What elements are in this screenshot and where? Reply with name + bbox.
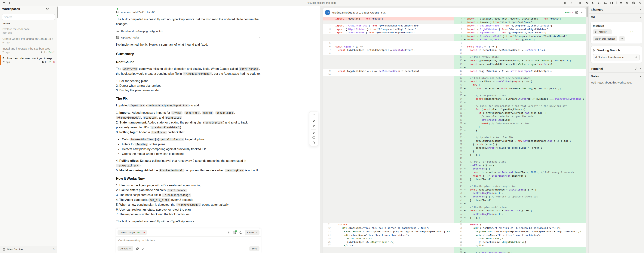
collapse-icon[interactable] (570, 1, 573, 4)
open-pull-request-button[interactable]: Open pull request (593, 36, 617, 41)
diff-gap-row (323, 62, 454, 66)
chat-icon[interactable] (586, 1, 588, 4)
diff-line: 47+ }, [loadPlans]); (454, 177, 586, 181)
mode-dropdown[interactable]: Default (118, 246, 133, 251)
diff-line: 54+ (454, 202, 586, 205)
chat-scrollbar[interactable] (58, 6, 58, 18)
diff-line: 49+ // Handle plan review completion (454, 184, 586, 188)
diff-line: 40+ }, []); (454, 153, 586, 156)
notes-section-header[interactable]: Notes (588, 72, 644, 80)
list-item: 3. Polling logic: Added a loadPlans call… (116, 130, 261, 135)
git-section-header[interactable]: Git (588, 14, 644, 21)
view-archive-button[interactable]: View Archive 0 (0, 246, 57, 253)
send-button[interactable]: Send (249, 246, 260, 251)
diff-scrollbar[interactable] (586, 6, 588, 17)
copy-icon[interactable] (312, 124, 316, 128)
diff-file-path: /medusa/medusa/src/pages/Agent.tsx (332, 11, 386, 14)
divider (311, 129, 316, 130)
inline-code: pendingPlan (225, 169, 244, 172)
diff-line: 7+import { PlanItem, PlanStatus } from "… (454, 38, 586, 42)
list-item: Filters for Pending status plans (116, 142, 261, 147)
workspace-item[interactable]: Explore the codebase I want you to exp7h… (0, 55, 57, 65)
workspace-diff-stats: 2+61-3 (42, 60, 55, 64)
working-branch-card: Working Branch vk/3ccf-explore-the-code (590, 46, 642, 63)
drag-handle-icon[interactable] (312, 113, 315, 116)
tool-call[interactable]: Read medusa/src/pages/Agent.tsx (116, 30, 261, 33)
play-icon[interactable] (312, 131, 316, 134)
pause-icon[interactable] (564, 1, 567, 4)
section-heading: Summary (116, 52, 261, 56)
inline-code: ~/.medusa/pending/ (162, 194, 191, 197)
wrap-off-icon[interactable] (575, 11, 578, 14)
changes-label: Changes (591, 8, 603, 11)
list-item: 2. Detect when a new plan arrives (116, 83, 261, 88)
expand-icon[interactable] (634, 68, 637, 70)
sidebar-header: Workspaces (0, 6, 57, 12)
megaphone-icon[interactable] (626, 1, 629, 4)
tool-call[interactable]: Updated Todos (116, 36, 261, 39)
collapse-diff-icon[interactable] (580, 11, 583, 14)
pencil-icon[interactable] (635, 56, 638, 58)
terminal-icon (116, 10, 119, 14)
panel-right-icon[interactable] (610, 1, 614, 4)
sidebar-title: Workspaces (2, 7, 46, 11)
more-menu-button[interactable]: ··· (635, 30, 639, 34)
prompt-icon[interactable] (598, 1, 601, 4)
monitor-icon[interactable] (312, 136, 316, 139)
diff-line: 23+ // Find pending plans (454, 94, 586, 97)
git-arrows-icon[interactable] (592, 1, 595, 4)
diff-line: 62 <AgentHeader sidebarOpen={sidebarOpen… (454, 230, 586, 233)
panel-left-icon[interactable] (579, 1, 582, 4)
spinner-icon[interactable] (239, 231, 242, 234)
help-icon[interactable] (632, 1, 635, 4)
inline-code: PlanReviewModal (176, 203, 201, 206)
diff-gap-row (323, 122, 454, 125)
diff-gap-row (323, 108, 454, 111)
inline-code: previousPlanIdsRef (150, 126, 180, 129)
changes-section-header[interactable]: Changes (588, 6, 644, 14)
monitor-icon[interactable] (604, 1, 607, 4)
sign-out-icon[interactable] (9, 1, 12, 4)
files-changed-chip[interactable]: 2 files changed +61 -3 (118, 230, 147, 235)
working-branch-label: Working Branch (598, 48, 620, 52)
diff-gap-row (323, 94, 454, 97)
git-branch-icon (593, 49, 596, 52)
ordered-list: 4. Polling effect: Set up a polling inte… (116, 158, 261, 173)
layers-icon[interactable] (46, 7, 49, 10)
diff-gap-row (323, 97, 454, 101)
pull-request-dropdown-button[interactable] (619, 36, 625, 41)
inline-code: PlanItem (143, 116, 157, 119)
branch-selector[interactable]: master (593, 29, 612, 34)
notes-label: Notes (591, 75, 599, 78)
wrap-off-icon[interactable] (312, 120, 316, 123)
archive-icon[interactable] (2, 1, 6, 4)
diff-file-header[interactable]: TS /medusa/medusa/src/pages/Agent.tsx +5… (323, 8, 586, 17)
chevdown-icon[interactable] (258, 36, 261, 39)
diff-line: 52+ loadPlans(); // Refresh to update tr… (454, 195, 586, 198)
paperclip-icon[interactable] (136, 247, 139, 250)
section-heading: The Fix (116, 97, 261, 100)
workspace-item[interactable]: Create Good First Issues on Github So p6… (0, 36, 57, 46)
todos-status[interactable] (233, 231, 236, 234)
workspace-item[interactable]: Explore the codebase35m ago (0, 26, 57, 36)
add-workspace-button[interactable] (52, 7, 55, 10)
working-branch-input[interactable]: vk/3ccf-explore-the-code (593, 54, 640, 60)
settings-icon[interactable] (638, 1, 641, 4)
version-dropdown[interactable]: Latest (245, 230, 260, 235)
assistant-paragraph: I've implemented the fix. Here's a summa… (116, 42, 261, 47)
diff-gap-row (323, 202, 454, 205)
todos-icon (116, 36, 119, 39)
spark-icon[interactable] (227, 231, 230, 234)
inline-code: pendingPlan (204, 121, 223, 124)
workspace-item[interactable]: Install and integrate Vibe Kanban Web7h … (0, 46, 57, 55)
notes-placeholder[interactable]: Add notes about this workspace... (588, 80, 644, 85)
git-compare-icon[interactable] (312, 141, 316, 144)
terminal-section-header[interactable]: Terminal (588, 65, 644, 72)
working-branch-value: vk/3ccf-explore-the-code (595, 56, 624, 59)
menu-icon[interactable] (620, 1, 623, 4)
message-input[interactable]: Continue working on this task... (116, 236, 261, 245)
inline-code: ~/.medusa/pending/ (183, 72, 212, 76)
search-input[interactable] (2, 14, 55, 20)
tool-call[interactable]: npm run build 2>&1 | tail -80 (116, 10, 261, 14)
pen-icon[interactable] (142, 247, 145, 250)
